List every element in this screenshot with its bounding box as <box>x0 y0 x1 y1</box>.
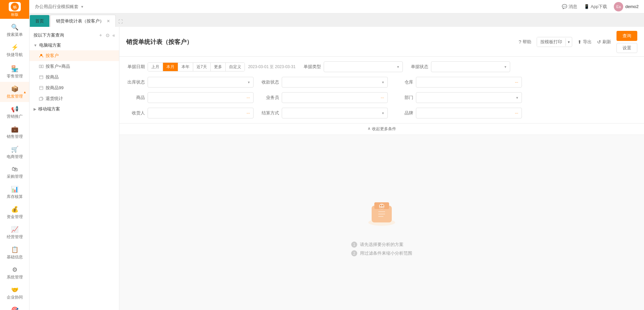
receiver-label: 收货人 <box>126 110 145 116</box>
tab-home-label: 首页 <box>35 18 44 24</box>
sidebar-item-marketing[interactable]: 📢 营销推广 <box>0 102 29 122</box>
quicknav-icon: ⚡ <box>11 44 18 51</box>
receipt-status-input[interactable]: ▾ <box>282 77 388 88</box>
sidebar-item-ecommerce[interactable]: 🛒 电商管理 <box>0 142 29 162</box>
tab-close-icon[interactable]: ✕ <box>107 19 110 23</box>
out-status-input[interactable]: ▾ <box>148 77 254 88</box>
query-button[interactable]: 查询 <box>616 31 637 41</box>
tab-sales-stats-label: 销货单统计表（按客户） <box>56 18 104 24</box>
date-label: 单据日期 <box>126 64 145 70</box>
template-print-button[interactable]: 按模板打印 ▾ <box>537 37 572 47</box>
sidebar-item-search[interactable]: 🔍 搜索菜单 <box>0 20 29 40</box>
tab-maximize-button[interactable]: ⛶ <box>116 16 124 27</box>
svg-rect-7 <box>40 86 43 90</box>
panel-item-by-customer-product[interactable]: 按客户+商品 <box>30 61 119 72</box>
tip-2-text: 用过滤条件来缩小分析范围 <box>360 250 412 256</box>
template-print-label: 按模板打印 <box>537 37 566 47</box>
topbar-dropdown-icon[interactable]: ▾ <box>81 4 83 9</box>
sidebar-item-wholesale[interactable]: 📦 批发管理 ▲ <box>0 82 29 102</box>
by-customer-icon <box>39 53 44 58</box>
warehouse-input[interactable]: ··· <box>416 77 522 88</box>
retail-icon: 🏪 <box>11 65 18 72</box>
logo-area: 畅 标版 <box>0 0 29 19</box>
settlement-input[interactable]: ▾ <box>282 108 388 118</box>
receipt-status-label: 收款状态 <box>260 79 279 85</box>
receipt-status-dropdown-icon: ▾ <box>382 80 384 85</box>
purchase-icon: 🛍 <box>12 166 18 173</box>
mobile-section-header[interactable]: ▶ 移动端方案 <box>30 104 119 114</box>
sidebar-item-purchase[interactable]: 🛍 采购管理 <box>0 162 29 182</box>
sidebar-item-finance[interactable]: 💰 资金管理 <box>0 202 29 222</box>
user-profile[interactable]: Ea demo2 <box>614 2 639 11</box>
product-label: 商品 <box>126 95 145 101</box>
collapse-more-button[interactable]: ∧ 收起更多条件 <box>119 123 644 135</box>
by-customer-product-icon <box>39 64 44 69</box>
empty-state: 1 请先选择要分析的方案 2 用过滤条件来缩小分析范围 <box>119 135 644 310</box>
brand-input[interactable]: ··· <box>416 108 522 118</box>
wholesale-arrow-icon: ▲ <box>23 90 26 94</box>
receiver-input[interactable]: ··· <box>148 108 254 118</box>
app-download-button[interactable]: 📱 App下载 <box>584 4 607 10</box>
salesperson-label: 业务员 <box>260 95 279 101</box>
user-name: demo2 <box>625 4 639 9</box>
tab-home[interactable]: 首页 <box>30 15 50 27</box>
sidebar-item-guide[interactable]: 🎯 新手引导 <box>0 303 29 310</box>
panel-tools: ＋ ⊙ « <box>98 32 115 38</box>
date-btn-this-month[interactable]: 本月 <box>163 63 178 71</box>
product-more-icon: ··· <box>247 95 250 100</box>
sidebar-item-basic-label: 基础信息 <box>7 254 23 260</box>
order-status-input[interactable]: ▾ <box>431 61 510 72</box>
salesperson-input[interactable]: ··· <box>282 92 388 103</box>
sidebar-item-system[interactable]: ⚙ 系统管理 <box>0 263 29 283</box>
message-icon: 💬 <box>562 4 567 9</box>
help-icon: ? <box>519 39 521 45</box>
panel-add-button[interactable]: ＋ <box>98 32 103 38</box>
panel-item-by-customer[interactable]: 按客户 <box>30 50 119 61</box>
date-btn-7days[interactable]: 近7天 <box>193 63 211 71</box>
date-btn-this-year[interactable]: 本年 <box>178 63 193 71</box>
page-actions: ? 帮助 按模板打印 ▾ ⬆ 导出 ↺ 刷新 <box>519 31 637 53</box>
mobile-section: ▶ 移动端方案 <box>30 104 119 114</box>
warehouse-label: 仓库 <box>394 79 413 85</box>
panel-item-by-product[interactable]: 按商品 <box>30 72 119 83</box>
panel-item-return-stats[interactable]: 退货统计 <box>30 93 119 104</box>
export-button[interactable]: ⬆ 导出 <box>578 39 592 45</box>
sidebar-item-collab[interactable]: 🤝 企业协同 <box>0 283 29 303</box>
settings-button[interactable]: 设置 <box>616 43 637 53</box>
export-icon: ⬆ <box>578 39 582 45</box>
date-btn-more[interactable]: 更多 <box>211 63 226 71</box>
app-download-icon: 📱 <box>584 4 589 9</box>
collapse-icon: ∧ <box>368 126 371 132</box>
sidebar-item-quicknav[interactable]: ⚡ 快捷导航 <box>0 40 29 60</box>
panel-refresh-button[interactable]: ⊙ <box>106 33 110 38</box>
product-input[interactable]: ··· <box>148 92 254 103</box>
message-label: 消息 <box>569 4 577 10</box>
desktop-section-header[interactable]: ▼ 电脑端方案 <box>30 40 119 50</box>
filter-row-2: 出库状态 ▾ 收款状态 ▾ 仓库 <box>126 77 637 88</box>
sidebar-item-operations[interactable]: 📈 经营管理 <box>0 222 29 243</box>
sidebar-item-inventory[interactable]: 📊 库存核算 <box>0 182 29 202</box>
filter-row-1: 单据日期 上月 本月 本年 近7天 更多 自定义 2023-03-01 至 20… <box>126 61 637 72</box>
refresh-button[interactable]: ↺ 刷新 <box>597 39 611 45</box>
tab-sales-stats[interactable]: 销货单统计表（按客户） ✕ <box>50 15 116 27</box>
sidebar-item-sales[interactable]: 💼 销售管理 <box>0 122 29 142</box>
panel-item-by-product-99[interactable]: 按商品99 <box>30 83 119 93</box>
filter-receipt-status: 收款状态 ▾ <box>260 77 388 88</box>
sidebar-item-basic[interactable]: 📋 基础信息 <box>0 243 29 263</box>
by-product-icon <box>39 75 44 80</box>
sidebar-item-purchase-label: 采购管理 <box>7 174 23 179</box>
date-btn-custom[interactable]: 自定义 <box>226 63 245 71</box>
sidebar-item-retail[interactable]: 🏪 零售管理 <box>0 62 29 82</box>
message-button[interactable]: 💬 消息 <box>562 4 577 10</box>
sidebar-item-operations-label: 经营管理 <box>7 234 23 240</box>
help-button[interactable]: ? 帮助 <box>519 39 531 45</box>
topbar-right: 💬 消息 📱 App下载 Ea demo2 <box>562 2 639 11</box>
brand-label: 品牌 <box>394 110 413 116</box>
refresh-icon: ↺ <box>597 39 601 45</box>
ecommerce-icon: 🛒 <box>11 146 18 153</box>
date-btn-last-month[interactable]: 上月 <box>148 63 163 71</box>
department-input[interactable]: ▾ <box>416 92 522 103</box>
panel-collapse-button[interactable]: « <box>112 33 115 38</box>
by-product-99-icon <box>39 86 44 90</box>
order-type-input[interactable]: ▾ <box>324 61 403 72</box>
